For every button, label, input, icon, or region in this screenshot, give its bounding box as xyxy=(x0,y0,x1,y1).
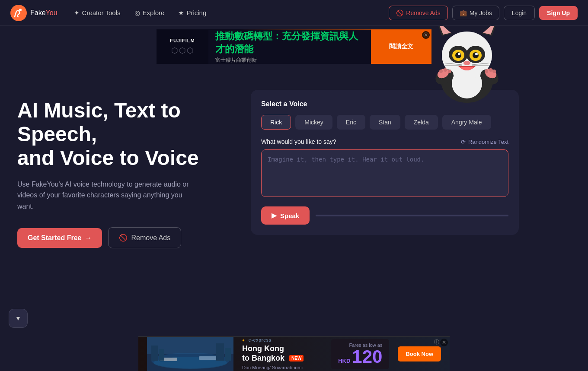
top-ad-container: FUJIFILM ⬡ ⬡ ⬡ 推動數碼轉型：充分發揮資訊與人才的潛能 富士膠片商… xyxy=(157,29,431,64)
bottom-ad-sub: Don Mueang/ Suvarnabhumi xyxy=(242,365,323,370)
right-section: Select a Voice Rick Mickey Eric Stan Zel… xyxy=(251,81,519,235)
bottom-ad-price-box: Fares as low as HKD 120 xyxy=(331,339,389,369)
creator-tools-icon: ✦ xyxy=(74,9,80,17)
randomize-icon: ⟳ xyxy=(461,139,466,145)
hero-buttons: Get Started Free → 🚫 Remove Ads xyxy=(17,227,233,248)
currency-label: HKD xyxy=(338,358,350,364)
logo-icon xyxy=(10,5,27,21)
scroll-down-button[interactable]: ▼ xyxy=(9,309,28,328)
voice-chip-stan[interactable]: Stan xyxy=(370,115,400,130)
navbar-left: FakeYou ✦ Creator Tools ◎ Explore ★ Pric… xyxy=(10,5,212,21)
bottom-ad-close-button[interactable]: ✕ xyxy=(440,339,448,346)
play-icon: ▶ xyxy=(272,212,277,219)
signup-button[interactable]: Sign Up xyxy=(539,6,578,20)
svg-point-0 xyxy=(10,5,27,21)
nav-explore[interactable]: ◎ Explore xyxy=(128,6,171,20)
logo-text: FakeYou xyxy=(30,9,58,17)
svg-point-28 xyxy=(448,70,451,73)
fuji-ad-center: 推動數碼轉型：充分發揮資訊與人才的潛能 富士膠片商業創新 xyxy=(208,30,371,64)
svg-rect-39 xyxy=(159,349,164,361)
book-now-button[interactable]: Book Now xyxy=(398,346,441,361)
hero-description: Use FakeYou's AI voice technology to gen… xyxy=(17,179,199,212)
fuji-ad[interactable]: FUJIFILM ⬡ ⬡ ⬡ 推動數碼轉型：充分發揮資訊與人才的潛能 富士膠片商… xyxy=(157,29,431,64)
top-ad-wrapper: FUJIFILM ⬡ ⬡ ⬡ 推動數碼轉型：充分發揮資訊與人才的潛能 富士膠片商… xyxy=(0,26,588,64)
speak-button[interactable]: ▶ Speak xyxy=(261,206,310,225)
price-amount: 120 xyxy=(352,348,382,366)
svg-rect-41 xyxy=(225,348,231,361)
remove-ads-hero-button[interactable]: 🚫 Remove Ads xyxy=(108,227,181,248)
bottom-ad-banner: ● e-express Hong Kong to Bangkok NEW Don… xyxy=(138,336,450,371)
svg-point-23 xyxy=(478,66,501,88)
pricing-icon: ★ xyxy=(178,9,184,17)
hero-section: AI Music, Text to Speech, and Voice to V… xyxy=(17,81,233,248)
bottom-ad-inner: ● e-express Hong Kong to Bangkok NEW Don… xyxy=(138,337,450,371)
login-button[interactable]: Login xyxy=(504,6,535,20)
tts-text-input[interactable] xyxy=(261,149,508,197)
voice-chip-rick[interactable]: Rick xyxy=(261,115,291,130)
voice-chip-eric[interactable]: Eric xyxy=(337,115,365,130)
hero-title: AI Music, Text to Speech, and Voice to V… xyxy=(17,98,233,170)
hero-title-line2: and Voice to Voice xyxy=(17,146,199,169)
nav-links: ✦ Creator Tools ◎ Explore ★ Pricing xyxy=(68,6,213,20)
svg-point-27 xyxy=(444,68,447,72)
briefcase-icon: 💼 xyxy=(460,10,467,16)
svg-point-25 xyxy=(483,67,498,80)
nav-creator-tools[interactable]: ✦ Creator Tools xyxy=(68,6,127,20)
svg-point-22 xyxy=(433,66,456,88)
arrow-icon: → xyxy=(85,234,92,242)
navbar: FakeYou ✦ Creator Tools ◎ Explore ★ Pric… xyxy=(0,0,588,26)
hero-title-line1: AI Music, Text to Speech, xyxy=(17,99,181,146)
voice-chip-zelda[interactable]: Zelda xyxy=(405,115,438,130)
navbar-right: 🚫 Remove Ads 💼 My Jobs Login Sign Up xyxy=(389,6,578,20)
express-icon: ● xyxy=(242,338,245,342)
svg-rect-40 xyxy=(216,343,224,361)
svg-point-29 xyxy=(485,70,488,73)
what-say-label: What would you like to say? xyxy=(261,138,336,145)
voice-panel-label-row: What would you like to say? ⟳ Randomize … xyxy=(261,138,508,145)
fuji-main-text: 推動數碼轉型：充分發揮資訊與人才的潛能 xyxy=(215,30,364,56)
fuji-brand: FUJIFILM xyxy=(170,38,195,43)
no-ads-icon: 🚫 xyxy=(396,10,403,16)
chevron-down-icon: ▼ xyxy=(15,315,21,322)
explore-icon: ◎ xyxy=(134,9,140,17)
bottom-ad-image xyxy=(147,337,233,371)
price-row: HKD 120 xyxy=(338,348,382,366)
fuji-sub-text: 富士膠片商業創新 xyxy=(215,57,257,64)
voice-chip-angry-male[interactable]: Angry Male xyxy=(442,115,491,130)
voice-chips: Rick Mickey Eric Stan Zelda Angry Male xyxy=(261,115,508,130)
bottom-ad-headline: Hong Kong to Bangkok NEW xyxy=(242,344,323,363)
remove-ads-button[interactable]: 🚫 Remove Ads xyxy=(389,6,447,20)
fuji-ad-left: FUJIFILM ⬡ ⬡ ⬡ xyxy=(157,29,208,64)
svg-point-31 xyxy=(492,70,496,73)
fuji-cta-label: 閱讀全文 xyxy=(389,43,413,51)
bottom-ad-brand: ● e-express xyxy=(242,338,323,342)
randomize-text-button[interactable]: ⟳ Randomize Text xyxy=(461,139,508,145)
svg-rect-38 xyxy=(151,346,158,361)
fuji-hexagons: ⬡ ⬡ ⬡ xyxy=(171,46,194,55)
svg-point-1 xyxy=(19,9,22,11)
audio-progress-bar xyxy=(316,215,508,216)
no-ads-hero-icon: 🚫 xyxy=(119,234,128,242)
speak-row: ▶ Speak xyxy=(261,206,508,225)
my-jobs-button[interactable]: 💼 My Jobs xyxy=(452,6,499,20)
svg-point-30 xyxy=(489,68,492,72)
new-badge: NEW xyxy=(289,355,304,361)
bottom-ad-info-icon[interactable]: ⓘ xyxy=(434,339,439,346)
nav-pricing[interactable]: ★ Pricing xyxy=(172,6,212,20)
svg-point-26 xyxy=(439,70,443,73)
top-ad-close-button[interactable]: ✕ xyxy=(422,31,430,39)
select-voice-label: Select a Voice xyxy=(261,100,508,108)
logo[interactable]: FakeYou xyxy=(10,5,58,21)
bottom-ad-text: ● e-express Hong Kong to Bangkok NEW Don… xyxy=(242,338,323,370)
voice-panel: Select a Voice Rick Mickey Eric Stan Zel… xyxy=(251,90,519,235)
voice-chip-mickey[interactable]: Mickey xyxy=(295,115,332,130)
main-content: AI Music, Text to Speech, and Voice to V… xyxy=(0,64,588,263)
svg-point-24 xyxy=(436,67,451,80)
get-started-button[interactable]: Get Started Free → xyxy=(17,228,102,248)
